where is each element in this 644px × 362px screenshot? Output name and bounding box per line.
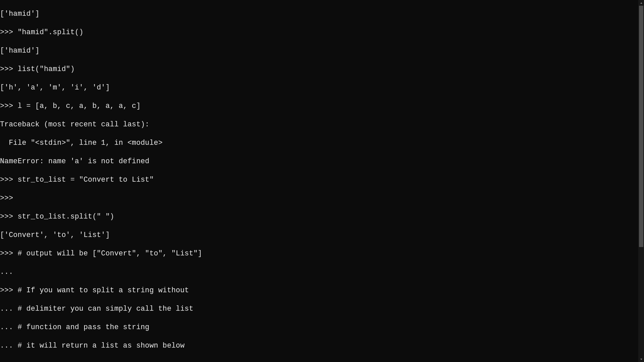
scrollbar-up-arrow-icon[interactable] <box>638 0 644 6</box>
output-line: ['h', 'a', 'm', 'i', 'd'] <box>0 83 644 93</box>
output-line: ['Convert', 'to', 'List'] <box>0 231 644 240</box>
input-line: >>> l = [a, b, c, a, b, a, a, c] <box>0 102 644 111</box>
continuation-line: ... # it will return a list as shown bel… <box>0 341 644 351</box>
input-line: >>> str_to_list.split(" ") <box>0 212 644 222</box>
output-line: ['hamid'] <box>0 9 644 19</box>
continuation-line: ... <box>0 267 644 277</box>
vertical-scrollbar[interactable] <box>638 0 644 362</box>
continuation-line: ... <box>0 360 644 362</box>
continuation-line: ... # delimiter you can simply call the … <box>0 304 644 314</box>
output-line: ['hamid'] <box>0 46 644 56</box>
traceback-line: File "<stdin>", line 1, in <module> <box>0 138 644 148</box>
scrollbar-down-arrow-icon[interactable] <box>638 356 644 362</box>
scrollbar-thumb[interactable] <box>639 6 643 247</box>
continuation-line: ... # function and pass the string <box>0 323 644 332</box>
traceback-line: Traceback (most recent call last): <box>0 120 644 129</box>
input-line: >>> list("hamid") <box>0 65 644 74</box>
input-line: >>> "hamid".split() <box>0 28 644 37</box>
input-line: >>> <box>0 194 644 203</box>
error-line: NameError: name 'a' is not defined <box>0 157 644 166</box>
input-line: >>> # If you want to split a string with… <box>0 286 644 295</box>
input-line: >>> # output will be ["Convert", "to", "… <box>0 249 644 258</box>
input-line: >>> str_to_list = "Convert to List" <box>0 175 644 185</box>
terminal-output[interactable]: ['hamid'] >>> "hamid".split() ['hamid'] … <box>0 0 644 362</box>
